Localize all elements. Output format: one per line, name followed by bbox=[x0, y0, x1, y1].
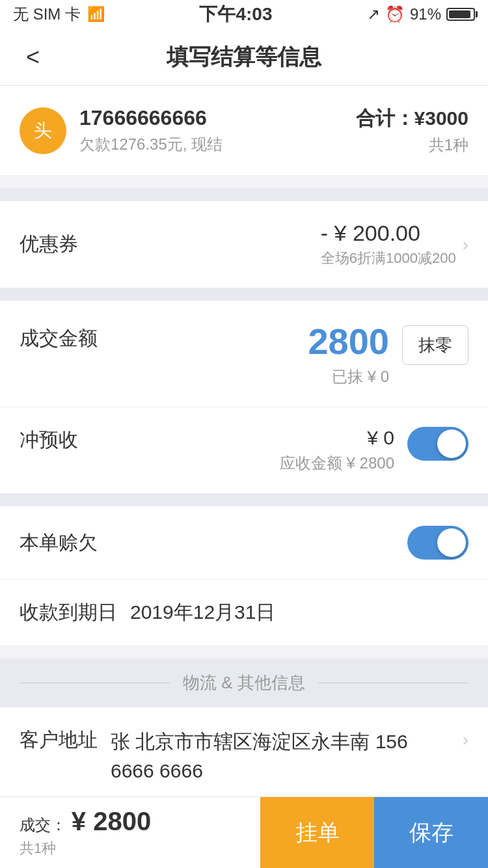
bottom-count: 共1种 bbox=[20, 839, 241, 858]
divider-2 bbox=[0, 288, 488, 301]
wifi-icon: 📶 bbox=[87, 6, 105, 23]
logistics-label: 物流 & 其他信息 bbox=[183, 671, 305, 694]
bottom-info: 成交： ¥ 2800 共1种 bbox=[0, 807, 260, 858]
status-time: 下午4:03 bbox=[199, 2, 272, 27]
prepay-toggle[interactable] bbox=[407, 427, 468, 461]
logistics-line-left bbox=[20, 683, 170, 683]
prepay-row: 冲预收 ¥ 0 应收金额 ¥ 2800 bbox=[20, 427, 468, 474]
coupon-discount: - ¥ 200.00 bbox=[321, 221, 456, 246]
amount-row: 成交金额 2800 已抹 ¥ 0 抹零 bbox=[20, 320, 468, 387]
prepay-label: 冲预收 bbox=[20, 427, 78, 454]
date-section: 收款到期日 2019年12月31日 bbox=[0, 579, 488, 645]
customer-info: 17666666666 欠款1276.35元, 现结 bbox=[79, 106, 223, 155]
customer-card: 头 17666666666 欠款1276.35元, 现结 合计：¥3000 共1… bbox=[0, 86, 488, 175]
customer-phone: 17666666666 bbox=[79, 106, 223, 130]
coupon-chevron-icon: › bbox=[463, 234, 468, 255]
arrears-toggle[interactable] bbox=[407, 526, 468, 560]
date-value: 2019年12月31日 bbox=[130, 599, 275, 626]
total-value: 合计：¥3000 bbox=[356, 105, 468, 132]
amount-right: 2800 已抹 ¥ 0 抹零 bbox=[308, 320, 468, 387]
date-label: 收款到期日 bbox=[20, 599, 117, 626]
address-section[interactable]: 客户地址 张 北京市市辖区海淀区永丰南 156 6666 6666 › bbox=[0, 707, 488, 805]
amount-section: 成交金额 2800 已抹 ¥ 0 抹零 bbox=[0, 301, 488, 407]
save-button[interactable]: 保存 bbox=[374, 797, 488, 869]
arrears-section: 本单赊欠 bbox=[0, 506, 488, 579]
coupon-row[interactable]: 优惠券 - ¥ 200.00 全场6折满1000减200 › bbox=[0, 201, 488, 288]
prepay-value-block: ¥ 0 应收金额 ¥ 2800 bbox=[280, 427, 394, 474]
hold-button[interactable]: 挂单 bbox=[260, 797, 374, 869]
avatar-label: 头 bbox=[34, 118, 52, 143]
coupon-label: 优惠券 bbox=[20, 231, 78, 258]
customer-debt: 欠款1276.35元, 现结 bbox=[79, 134, 223, 155]
bottom-amount: ¥ 2800 bbox=[72, 807, 151, 835]
avatar: 头 bbox=[20, 107, 66, 154]
coupon-info: - ¥ 200.00 全场6折满1000减200 bbox=[321, 221, 456, 268]
divider-3 bbox=[0, 493, 488, 506]
bottom-bar: 成交： ¥ 2800 共1种 挂单 保存 bbox=[0, 796, 488, 868]
logistics-line-right bbox=[318, 683, 468, 683]
customer-left: 头 17666666666 欠款1276.35元, 现结 bbox=[20, 106, 223, 155]
status-left: 无 SIM 卡 📶 bbox=[13, 4, 105, 25]
content: 头 17666666666 欠款1276.35元, 现结 合计：¥3000 共1… bbox=[0, 86, 488, 868]
page-title: 填写结算等信息 bbox=[167, 42, 321, 72]
logistics-divider: 物流 & 其他信息 bbox=[0, 658, 488, 707]
battery-percent: 91% bbox=[410, 5, 441, 23]
prepay-value: ¥ 0 bbox=[280, 427, 394, 449]
location-icon: ↗ bbox=[367, 5, 380, 23]
divider-1 bbox=[0, 188, 488, 201]
address-label: 客户地址 bbox=[20, 727, 98, 753]
nav-bar: < 填写结算等信息 bbox=[0, 29, 488, 86]
prepay-section: 冲预收 ¥ 0 应收金额 ¥ 2800 bbox=[0, 407, 488, 493]
round-button[interactable]: 抹零 bbox=[402, 325, 468, 365]
amount-value: 2800 bbox=[308, 321, 389, 362]
amount-sub: 已抹 ¥ 0 bbox=[308, 366, 389, 387]
address-chevron-icon: › bbox=[463, 729, 468, 750]
prepay-sub: 应收金额 ¥ 2800 bbox=[280, 453, 394, 474]
address-value: 张 北京市市辖区海淀区永丰南 156 6666 6666 bbox=[111, 727, 450, 785]
customer-total: 合计：¥3000 共1种 bbox=[356, 105, 468, 156]
arrears-label: 本单赊欠 bbox=[20, 530, 98, 556]
prepay-right: ¥ 0 应收金额 ¥ 2800 bbox=[280, 427, 468, 474]
status-bar: 无 SIM 卡 📶 下午4:03 ↗ ⏰ 91% bbox=[0, 0, 488, 29]
coupon-right: - ¥ 200.00 全场6折满1000减200 › bbox=[321, 221, 468, 268]
back-button[interactable]: < bbox=[20, 37, 46, 77]
alarm-icon: ⏰ bbox=[385, 5, 405, 23]
amount-value-block: 2800 已抹 ¥ 0 bbox=[308, 320, 389, 387]
amount-label: 成交金额 bbox=[20, 325, 98, 352]
coupon-desc: 全场6折满1000减200 bbox=[321, 249, 456, 268]
status-right: ↗ ⏰ 91% bbox=[367, 5, 475, 23]
total-count: 共1种 bbox=[356, 135, 468, 156]
bottom-total-label: 成交： bbox=[20, 816, 66, 834]
carrier-label: 无 SIM 卡 bbox=[13, 4, 81, 25]
bottom-total-row: 成交： ¥ 2800 bbox=[20, 807, 241, 836]
battery-fill bbox=[449, 10, 470, 18]
battery-icon bbox=[446, 8, 475, 21]
